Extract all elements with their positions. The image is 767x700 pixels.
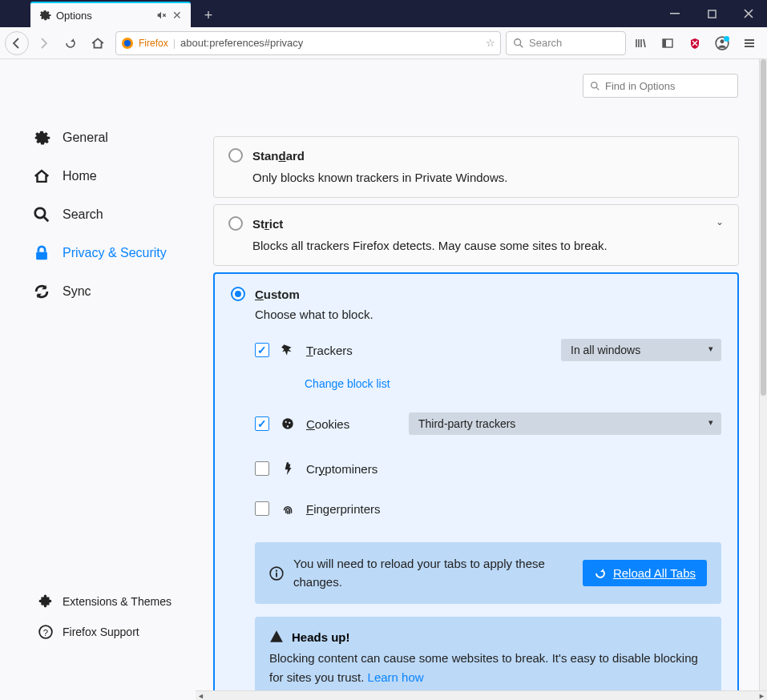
protection-option-strict[interactable]: Strict ⌄ Blocks all trackers Firefox det… (213, 204, 739, 266)
checkbox-fingerprinters[interactable] (255, 501, 269, 516)
heads-up-title-row: Heads up! (269, 630, 707, 644)
search-bar[interactable]: Search (506, 31, 626, 55)
cryptominers-row: Cryptominers (255, 456, 721, 481)
sidebar-item-home[interactable]: Home (32, 157, 192, 195)
close-tab-icon[interactable]: ✕ (172, 10, 183, 21)
sidebar-label: Sync (63, 284, 91, 299)
heads-up-text: Blocking content can cause some websites… (269, 649, 707, 687)
heads-up-title: Heads up! (292, 630, 350, 644)
scrollbar-thumb[interactable] (761, 59, 766, 396)
fingerprinters-row: Fingerprinters (255, 496, 721, 521)
tab-title: Options (56, 10, 151, 22)
info-icon (269, 566, 284, 581)
close-window-button[interactable] (730, 0, 767, 27)
help-icon: ? (38, 625, 53, 639)
tab-options[interactable]: Options ✕ (30, 2, 191, 27)
warning-icon (269, 630, 284, 644)
checkbox-trackers[interactable] (255, 343, 269, 357)
url-text: about:preferences#privacy (180, 37, 481, 49)
sidebar-item-general[interactable]: General (32, 119, 192, 157)
maximize-button[interactable] (693, 0, 730, 27)
dropdown-value: Third-party trackers (418, 417, 515, 430)
trackers-dropdown[interactable]: In all windows (561, 339, 721, 361)
library-icon[interactable] (628, 30, 653, 56)
strict-title: Strict (252, 217, 283, 231)
cryptominers-icon (281, 461, 295, 476)
vertical-scrollbar[interactable] (759, 59, 767, 690)
standard-title: Standard (252, 149, 305, 163)
chevron-down-icon[interactable]: ⌄ (716, 216, 724, 227)
protection-option-custom: Custom Choose what to block. Trackers In… (213, 272, 739, 690)
fingerprinters-label: Fingerprinters (306, 502, 381, 516)
extension-icon[interactable] (682, 30, 708, 56)
custom-title: Custom (255, 288, 300, 301)
svg-point-17 (289, 422, 290, 424)
search-placeholder: Search (529, 37, 562, 49)
bookmark-star-icon[interactable]: ☆ (486, 37, 495, 49)
new-tab-button[interactable]: + (196, 3, 221, 27)
fingerprint-icon (281, 501, 295, 516)
search-icon (513, 38, 524, 49)
horizontal-scrollbar[interactable]: ◄ ► (196, 690, 767, 700)
svg-text:?: ? (43, 628, 48, 638)
menu-icon[interactable] (737, 30, 762, 56)
svg-point-20 (276, 569, 277, 571)
trackers-row: Trackers In all windows (255, 337, 721, 363)
reload-info-box: You will need to reload your tabs to app… (255, 542, 721, 604)
account-icon[interactable] (709, 30, 735, 56)
checkbox-cryptominers[interactable] (255, 461, 269, 476)
svg-point-18 (287, 425, 289, 427)
footer-label: Firefox Support (63, 626, 139, 638)
forward-button[interactable] (30, 30, 56, 56)
svg-point-11 (35, 208, 45, 218)
reload-label: Reload All Tabs (613, 566, 696, 580)
svg-point-9 (724, 36, 729, 42)
cookies-row: Cookies Third-party trackers (255, 411, 721, 436)
svg-point-10 (591, 82, 597, 87)
extensions-themes-link[interactable]: Extensions & Themes (38, 586, 172, 617)
change-block-list-link[interactable]: Change block list (305, 377, 390, 390)
reload-all-tabs-button[interactable]: Reload All Tabs (583, 560, 707, 586)
sidebar-label: Privacy & Security (63, 246, 167, 260)
search-icon (32, 206, 51, 223)
window-controls (656, 0, 767, 27)
scroll-right-icon[interactable]: ► (758, 692, 765, 700)
radio-strict[interactable] (228, 216, 243, 231)
minimize-button[interactable] (656, 0, 693, 27)
svg-rect-1 (708, 10, 715, 17)
learn-how-link[interactable]: Learn how (368, 670, 424, 684)
svg-point-15 (282, 418, 293, 429)
sidebar-item-sync[interactable]: Sync (32, 272, 192, 311)
tab-strip: Options ✕ + (0, 0, 221, 27)
heads-up-box: Heads up! Blocking content can cause som… (255, 617, 721, 690)
scroll-left-icon[interactable]: ◄ (197, 692, 204, 700)
svg-point-3 (124, 40, 131, 46)
find-in-options[interactable]: Find in Options (583, 74, 738, 98)
sidebar-item-search[interactable]: Search (32, 195, 192, 234)
svg-point-8 (721, 39, 725, 43)
cookies-dropdown[interactable]: Third-party trackers (409, 412, 721, 435)
home-button[interactable] (85, 30, 111, 56)
sidebar-item-privacy[interactable]: Privacy & Security (32, 234, 192, 272)
trackers-label: Trackers (306, 344, 353, 357)
svg-point-16 (285, 421, 287, 423)
reload-button[interactable] (58, 30, 83, 56)
sidebar-icon[interactable] (655, 30, 680, 56)
svg-rect-12 (36, 252, 47, 260)
protection-option-standard[interactable]: Standard Only blocks known trackers in P… (213, 136, 739, 198)
back-button[interactable] (5, 31, 29, 55)
radio-custom[interactable] (231, 287, 245, 301)
puzzle-icon (38, 594, 53, 609)
radio-standard[interactable] (228, 148, 243, 163)
identity-label: Firefox (139, 38, 168, 49)
firefox-support-link[interactable]: ? Firefox Support (38, 617, 172, 647)
audio-muted-icon[interactable] (155, 10, 167, 21)
dropdown-value: In all windows (571, 344, 640, 356)
url-bar[interactable]: Firefox | about:preferences#privacy ☆ (115, 31, 501, 55)
sidebar-label: General (63, 131, 108, 145)
sidebar-label: Home (63, 169, 97, 183)
checkbox-cookies[interactable] (255, 416, 269, 431)
standard-desc: Only blocks known trackers in Private Wi… (252, 171, 724, 184)
gear-icon (38, 9, 51, 22)
find-placeholder: Find in Options (605, 80, 675, 92)
